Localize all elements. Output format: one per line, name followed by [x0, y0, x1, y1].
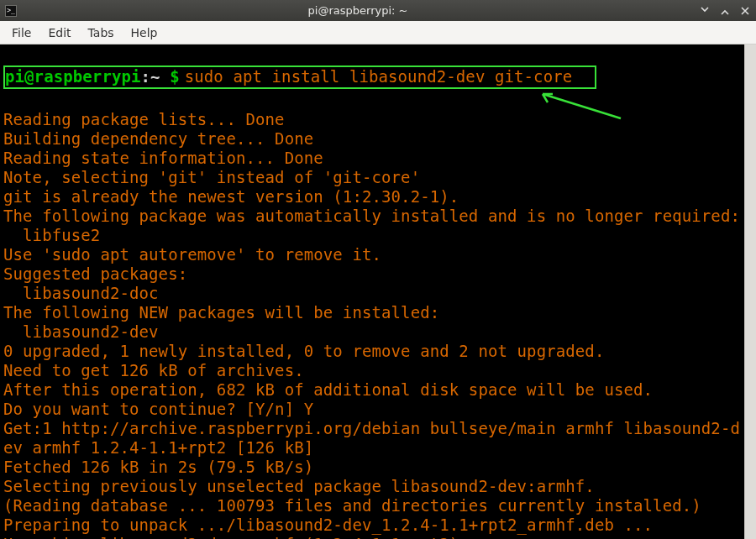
- prompt-colon: :: [141, 67, 151, 86]
- close-button[interactable]: [739, 5, 751, 17]
- output-line: Do you want to continue? [Y/n] Y: [3, 400, 743, 419]
- command-text: sudo apt install libasound2-dev git-core: [185, 67, 573, 86]
- vertical-scrollbar[interactable]: [744, 44, 756, 539]
- terminal-output: Reading package lists... DoneBuilding de…: [3, 110, 743, 539]
- output-line: Fetched 126 kB in 2s (79.5 kB/s): [3, 458, 743, 477]
- output-line: Get:1 http://archive.raspberrypi.org/deb…: [3, 419, 743, 458]
- output-line: The following package was automatically …: [3, 207, 743, 226]
- window-controls: [699, 5, 751, 17]
- output-line: Unpacking libasound2-dev:armhf (1.2.4-1.…: [3, 535, 743, 539]
- output-line: The following NEW packages will be insta…: [3, 303, 743, 322]
- prompt-line: pi@raspberrypi:~ $sudo apt install libas…: [3, 65, 596, 89]
- maximize-button[interactable]: [719, 5, 731, 17]
- window-titlebar: >_ pi@raspberrypi: ~: [0, 0, 756, 21]
- output-line: Use 'sudo apt autoremove' to remove it.: [3, 245, 743, 264]
- minimize-button[interactable]: [699, 5, 711, 17]
- menu-help[interactable]: Help: [123, 21, 166, 44]
- output-line: libasound2-dev: [3, 322, 743, 342]
- output-line: git is already the newest version (1:2.3…: [3, 187, 743, 207]
- titlebar-left-icons: >_: [5, 5, 17, 17]
- output-line: Suggested packages:: [3, 264, 743, 284]
- output-line: Building dependency tree... Done: [3, 129, 743, 149]
- prompt-user-host: pi@raspberrypi: [5, 67, 141, 86]
- output-line: libasound2-doc: [3, 284, 743, 303]
- terminal-container: pi@raspberrypi:~ $sudo apt install libas…: [0, 44, 756, 539]
- window-title: pi@raspberrypi: ~: [308, 4, 408, 17]
- terminal-icon: >_: [5, 5, 17, 17]
- prompt-dollar: $: [160, 67, 180, 86]
- terminal[interactable]: pi@raspberrypi:~ $sudo apt install libas…: [0, 44, 744, 539]
- output-line: Reading package lists... Done: [3, 110, 743, 129]
- prompt-path: ~: [150, 67, 160, 86]
- output-line: Preparing to unpack .../libasound2-dev_1…: [3, 515, 743, 535]
- menu-tabs[interactable]: Tabs: [80, 21, 123, 44]
- output-line: Reading state information... Done: [3, 149, 743, 168]
- output-line: (Reading database ... 100793 files and d…: [3, 496, 743, 515]
- output-line: Note, selecting 'git' instead of 'git-co…: [3, 168, 743, 187]
- menubar: File Edit Tabs Help: [0, 21, 756, 44]
- output-line: After this operation, 682 kB of addition…: [3, 380, 743, 400]
- output-line: Selecting previously unselected package …: [3, 477, 743, 496]
- output-line: 0 upgraded, 1 newly installed, 0 to remo…: [3, 342, 743, 361]
- output-line: libfuse2: [3, 226, 743, 245]
- output-line: Need to get 126 kB of archives.: [3, 361, 743, 380]
- menu-edit[interactable]: Edit: [39, 21, 79, 44]
- menu-file[interactable]: File: [3, 21, 39, 44]
